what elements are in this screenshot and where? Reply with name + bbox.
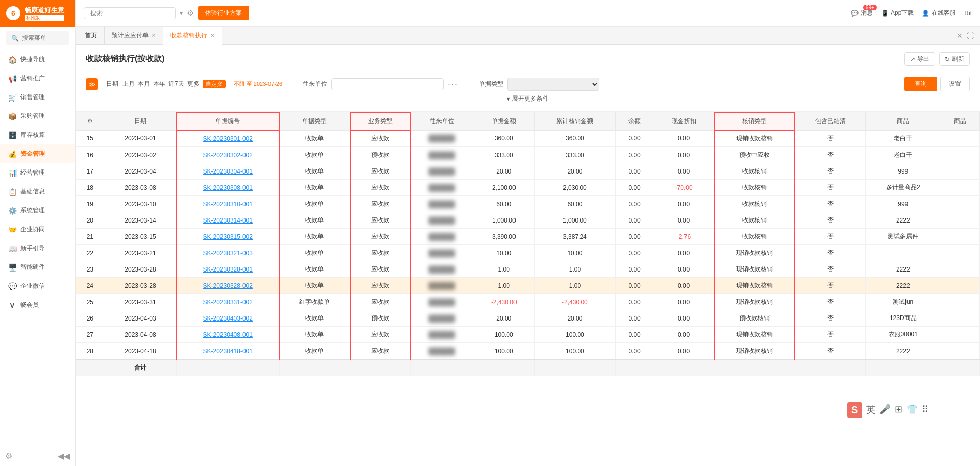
th-include-settled: 包含已结清 bbox=[795, 112, 865, 130]
date-this-month[interactable]: 本月 bbox=[138, 80, 150, 88]
sidebar-item-quick-nav[interactable]: 🏠 快捷导航 bbox=[0, 50, 75, 69]
cooperation-icon: 🤝 bbox=[8, 226, 16, 234]
doc-num-cell[interactable]: SK-20230321-003 bbox=[176, 245, 279, 261]
sidebar-item-inventory[interactable]: 🗄️ 库存核算 bbox=[0, 126, 75, 144]
doc-num-cell[interactable]: SK-20230315-002 bbox=[176, 229, 279, 245]
table-cell: 1,000.00 bbox=[535, 212, 615, 229]
sidebar-item-operation[interactable]: 📊 经营管理 bbox=[0, 163, 75, 182]
date-last-7-days[interactable]: 近7天 bbox=[168, 80, 184, 88]
table-cell: 23 bbox=[76, 261, 105, 278]
watermark-shirt-icon: 👕 bbox=[906, 404, 918, 416]
table-cell: ██████ bbox=[410, 261, 473, 278]
table-cell: 0.00 bbox=[654, 212, 714, 229]
date-more[interactable]: 更多 bbox=[187, 80, 200, 88]
table-row: 202023-03-14SK-20230314-001收款单应收款██████1… bbox=[76, 212, 980, 229]
sidebar-item-basic[interactable]: 📋 基础信息 bbox=[0, 182, 75, 201]
doc-num-cell[interactable]: SK-20230328-002 bbox=[176, 278, 279, 294]
table-cell: 17 bbox=[76, 163, 105, 180]
app-download-button[interactable]: 📱 App下载 bbox=[881, 9, 914, 17]
topbar-search-input[interactable] bbox=[84, 7, 176, 19]
tab-close-cancel-exec[interactable]: ✕ bbox=[210, 33, 214, 38]
message-button[interactable]: 💬 消息 99+ bbox=[851, 9, 873, 17]
wechat-icon: 💬 bbox=[8, 282, 16, 290]
table-cell: 0.00 bbox=[615, 229, 654, 245]
table-row: 192023-03-10SK-20230310-001收款单应收款██████6… bbox=[76, 196, 980, 212]
filter-date-group: 日期 上月 本月 本年 近7天 更多 自定义 bbox=[106, 80, 226, 88]
sidebar-item-hardware[interactable]: 🖥️ 智能硬件 bbox=[0, 258, 75, 277]
table-row: 152023-03-01SK-20230301-002收款单应收款██████3… bbox=[76, 130, 980, 147]
table-cell: 收款单 bbox=[279, 163, 350, 180]
search-menu-button[interactable]: 🔍 搜索菜单 bbox=[6, 31, 69, 45]
filter-toggle-button[interactable]: ≫ bbox=[86, 78, 98, 90]
cancel-type-cell: 收款核销 bbox=[714, 196, 795, 212]
settings-button[interactable]: 设置 bbox=[940, 77, 970, 91]
sidebar-item-wechat[interactable]: 💬 企业微信 bbox=[0, 277, 75, 296]
filter-date-value-display: 不限 至 2023-07-26 bbox=[234, 80, 282, 88]
sidebar-collapse-button[interactable]: ◀◀ bbox=[58, 451, 70, 461]
sidebar-item-guide[interactable]: 📖 新手引导 bbox=[0, 239, 75, 258]
table-cell: 否 bbox=[795, 294, 865, 310]
sidebar-search-area: 🔍 搜索菜单 bbox=[0, 27, 75, 50]
sidebar-item-member[interactable]: V 畅会员 bbox=[0, 296, 75, 314]
footer-cell bbox=[615, 359, 654, 376]
sidebar-item-purchase[interactable]: 📦 采购管理 bbox=[0, 107, 75, 126]
tab-cancel-exec[interactable]: 收款核销执行 ✕ bbox=[163, 27, 222, 45]
cancel-type-cell: 预收中应收 bbox=[714, 147, 795, 163]
doc-num-cell[interactable]: SK-20230302-002 bbox=[176, 147, 279, 163]
table-row: 252023-03-31SK-20230331-002红字收款单应收款█████… bbox=[76, 294, 980, 310]
more-filters-icon[interactable]: ··· bbox=[448, 79, 458, 89]
sidebar-item-cooperation[interactable]: 🤝 企业协同 bbox=[0, 220, 75, 239]
doc-num-cell[interactable]: SK-20230301-002 bbox=[176, 130, 279, 147]
table-cell bbox=[941, 229, 979, 245]
biz-type-cell: 应收款 bbox=[350, 278, 410, 294]
doc-num-cell[interactable]: SK-20230331-002 bbox=[176, 294, 279, 310]
doc-num-cell[interactable]: SK-20230418-001 bbox=[176, 343, 279, 360]
table-row: 232023-03-28SK-20230328-001收款单应收款██████1… bbox=[76, 261, 980, 278]
sidebar-settings-button[interactable]: ⚙ bbox=[5, 451, 12, 461]
sidebar-item-marketing[interactable]: 📢 营销推广 bbox=[0, 69, 75, 88]
date-last-month[interactable]: 上月 bbox=[122, 80, 135, 88]
doc-num-cell[interactable]: SK-20230408-001 bbox=[176, 327, 279, 343]
partner-input[interactable] bbox=[331, 78, 444, 90]
date-this-year[interactable]: 本年 bbox=[153, 80, 165, 88]
expand-tab-button[interactable]: ⛶ bbox=[967, 32, 974, 40]
th-partner: 往来单位 bbox=[410, 112, 473, 130]
export-button[interactable]: ↗ 导出 bbox=[904, 52, 935, 66]
close-tab-button[interactable]: ✕ bbox=[957, 32, 963, 40]
th-product2: 商品 bbox=[941, 112, 979, 130]
sidebar-item-finance[interactable]: 💰 资金管理 bbox=[0, 144, 75, 163]
tab-close-receivable[interactable]: ✕ bbox=[152, 33, 156, 38]
table-cell bbox=[941, 310, 979, 327]
topbar-breadcrumb: ▾ ⚙ 体验行业方案 bbox=[84, 6, 845, 20]
doc-type-select[interactable] bbox=[507, 78, 599, 91]
footer-cell bbox=[410, 359, 473, 376]
online-service-button[interactable]: 👤 在线客服 bbox=[922, 9, 956, 17]
industry-solution-button[interactable]: 体验行业方案 bbox=[198, 6, 249, 20]
query-button[interactable]: 查询 bbox=[904, 77, 937, 91]
refresh-button[interactable]: ↻ 刷新 bbox=[939, 52, 970, 66]
table-cell: 25 bbox=[76, 294, 105, 310]
topbar-right: 💬 消息 99+ 📱 App下载 👤 在线客服 Rit bbox=[851, 9, 972, 17]
doc-num-cell[interactable]: SK-20230314-001 bbox=[176, 212, 279, 229]
doc-num-cell[interactable]: SK-20230310-001 bbox=[176, 196, 279, 212]
cancel-type-cell: 收款核销 bbox=[714, 212, 795, 229]
table-cell: 0.00 bbox=[615, 212, 654, 229]
expand-conditions-button[interactable]: ▾ 展开更多条件 bbox=[507, 94, 549, 103]
date-custom-btn[interactable]: 自定义 bbox=[203, 80, 226, 88]
sidebar-item-system[interactable]: ⚙️ 系统管理 bbox=[0, 201, 75, 220]
doc-num-cell[interactable]: SK-20230308-001 bbox=[176, 180, 279, 196]
biz-type-cell: 应收款 bbox=[350, 163, 410, 180]
doc-num-cell[interactable]: SK-20230328-001 bbox=[176, 261, 279, 278]
table-cell: 2023-03-31 bbox=[105, 294, 176, 310]
service-icon: 👤 bbox=[922, 10, 929, 17]
doc-num-cell[interactable]: SK-20230304-001 bbox=[176, 163, 279, 180]
table-cell bbox=[941, 180, 979, 196]
doc-num-cell[interactable]: SK-20230403-002 bbox=[176, 310, 279, 327]
sidebar-item-sales[interactable]: 🛒 销售管理 bbox=[0, 88, 75, 107]
table-cell: 2222 bbox=[865, 261, 941, 278]
cancel-type-cell: 收款核销 bbox=[714, 229, 795, 245]
topbar-gear-icon[interactable]: ⚙ bbox=[187, 8, 194, 18]
table-cell: 20.00 bbox=[535, 310, 615, 327]
tab-receivable[interactable]: 预计应应付单 ✕ bbox=[105, 27, 163, 45]
tab-home[interactable]: 首页 bbox=[78, 27, 105, 45]
